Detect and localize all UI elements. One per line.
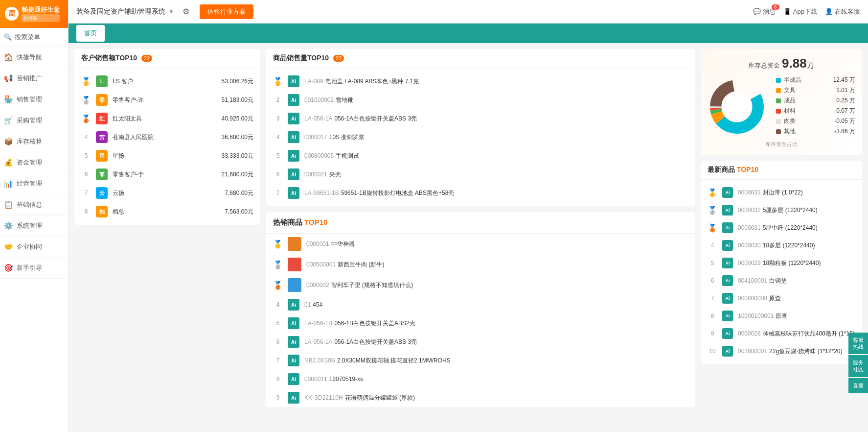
sidebar-item-cooperation[interactable]: 🤝 企业协同: [0, 237, 68, 258]
hot-product-item[interactable]: 4 Ai 0145#: [266, 295, 695, 314]
cs-hotline-button[interactable]: 客服热线: [848, 333, 868, 355]
customer-rank-item[interactable]: 4 苦 苍南县人民医院 36,600.00元: [74, 128, 260, 146]
customer-name: 红太阳文具: [113, 115, 217, 123]
tab-home[interactable]: 首页: [76, 25, 105, 42]
customer-rank-item[interactable]: 7 云 云扬 7,680.00元: [74, 184, 260, 202]
new-product-info: 000800008原查: [738, 294, 855, 303]
logo-icon: 鹿: [5, 7, 19, 21]
product-sales-item[interactable]: 3 Ai LA-056-1A056-1A白色按键开关盖ABS 3壳: [266, 109, 695, 128]
hot-product-item[interactable]: 🥈 000500001新西兰牛肉 (新牛): [266, 254, 695, 275]
customer-rank-item[interactable]: 5 星 星扬 33,333.00元: [74, 146, 260, 165]
new-product-item[interactable]: 9 Ai 0000028体械嘉枝味苏打饮品400毫升 (1*15): [701, 325, 862, 342]
hot-product-item[interactable]: 6 Ai LA-056-1A056-1A白色按键开关盖ABS 3壳: [266, 333, 695, 351]
rank-num: 6: [708, 277, 717, 284]
sidebar-item-basics[interactable]: 📋 基础信息: [0, 194, 68, 216]
hot-product-item[interactable]: 5 Ai LA-056-1B056-1B白色按键开关盖ABS2壳: [266, 314, 695, 333]
customer-ranking-header: 客户销售额TOP10 22: [74, 49, 260, 68]
app-download-label: App下载: [793, 7, 817, 16]
dropdown-arrow-icon[interactable]: ▼: [168, 8, 174, 15]
rank-num: 7: [708, 295, 717, 302]
sidebar-item-label: 营销推广: [17, 74, 42, 83]
sidebar-item-label: 企业协同: [17, 242, 42, 251]
sidebar-item-quick-nav[interactable]: 🏠 快捷导航: [0, 47, 68, 68]
sidebar-item-sales[interactable]: 🏪 销售管理: [0, 89, 68, 110]
rank-num: 5: [81, 152, 91, 159]
product-info: LA-089电池盖 LA-089 ABS本色+黑种 7.1克: [304, 77, 688, 86]
new-product-item[interactable]: 🥉 Ai 00000315厘中纤 (1220*2440): [701, 219, 862, 237]
hot-products-body: 🥇 0000001中华神器 🥈 000500001新西兰牛肉 (新牛) 🥉 00…: [266, 234, 695, 407]
svg-point-6: [722, 92, 752, 121]
sidebar-item-label: 经营管理: [17, 179, 42, 188]
hot-product-item[interactable]: 8 Ai 000001112070519-xs: [266, 370, 695, 388]
message-button[interactable]: 💬 消息 6: [753, 7, 776, 16]
legend-value: 0.25 万: [836, 96, 855, 105]
sidebar-item-finance[interactable]: 💰 资金管理: [0, 152, 68, 173]
rank-medal-icon: 🥇: [708, 188, 717, 197]
product-sales-item[interactable]: 4 Ai 000001710S 变刺罗浆: [266, 128, 695, 146]
customer-rank-item[interactable]: 6 零 零售客户-于 21,680.00元: [74, 165, 260, 184]
sidebar-item-purchase[interactable]: 🛒 采购管理: [0, 110, 68, 131]
new-product-item[interactable]: 8 Ai 10000100001原查: [701, 307, 862, 325]
new-product-item[interactable]: 🥇 Ai 0000033封边带 (1.0*22): [701, 184, 862, 201]
sidebar-item-guide[interactable]: 🎯 新手引导: [0, 258, 68, 279]
legend-label: 成品: [784, 96, 836, 105]
search-menu[interactable]: 🔍 搜索菜单: [0, 28, 68, 47]
hot-product-item[interactable]: 🥉 0000002智利车子里 (规格不知道填什么): [266, 275, 695, 295]
product-icon: Ai: [722, 293, 733, 304]
new-product-item[interactable]: 5 Ai 000002918颗粒板 (1220*2440): [701, 254, 862, 272]
hot-product-item[interactable]: 7 Ai NB2.0X30B2.0X30MM双搓花轴.搓花直径2.1MM/ROH…: [266, 351, 695, 370]
sidebar-item-marketing[interactable]: 📢 营销推广: [0, 68, 68, 89]
hot-product-info: NB2.0X30B2.0X30MM双搓花轴.搓花直径2.1MM/ROHS: [304, 357, 688, 365]
guide-icon: 🎯: [4, 264, 13, 272]
customer-rank-item[interactable]: 8 档 档总 7,563.00元: [74, 202, 260, 221]
product-info: 000800005手机测试: [304, 152, 688, 160]
new-product-info: 00380000122g鱼豆腐·烧烤味 (1*12*20): [738, 347, 855, 356]
app-download-button[interactable]: 📱 App下载: [783, 7, 817, 16]
new-product-item[interactable]: 🥈 Ai 00000325厘多层 (1220*2440): [701, 201, 862, 219]
product-sales-item[interactable]: 7 Ai LA-59651-1B59651-1B旋转投影灯电池盒 ABS黑色+5…: [266, 184, 695, 202]
customer-rank-item[interactable]: 🥇 L LS 客户 53,006.26元: [74, 72, 260, 91]
customer-rank-item[interactable]: 🥈 零 零售客户-许 51,183.00元: [74, 91, 260, 109]
new-product-item[interactable]: 10 Ai 00380000122g鱼豆腐·烧烤味 (1*12*20): [701, 342, 862, 360]
hot-product-item[interactable]: 9 Ai KK-SD22110H花语萌偶温分罐罐袋 (厚款): [266, 388, 695, 407]
legend-dot: [776, 78, 781, 83]
new-product-info: 004100001白钢垫: [738, 277, 855, 285]
sidebar-item-label: 销售管理: [17, 95, 42, 104]
product-sales-item[interactable]: 2 Ai 001000002雪地靴: [266, 91, 695, 109]
product-sales-title: 商品销售量TOP10 22: [273, 54, 344, 63]
product-sales-item[interactable]: 🥇 Ai LA-089电池盖 LA-089 ABS本色+黑种 7.1克: [266, 72, 695, 91]
legend-value: 12.45 万: [833, 76, 855, 84]
hot-product-info: 000500001新西兰牛肉 (新牛): [306, 261, 688, 269]
product-sales-body: 🥇 Ai LA-089电池盖 LA-089 ABS本色+黑种 7.1克 2 Ai…: [266, 68, 695, 206]
product-sales-item[interactable]: 5 Ai 000800005手机测试: [266, 146, 695, 165]
rank-num: 5: [273, 320, 283, 327]
rank-num: 8: [81, 208, 91, 215]
trial-button[interactable]: 体验行业方案: [200, 4, 253, 19]
product-icon: Ai: [722, 222, 733, 233]
cs-direct-button[interactable]: 直播: [848, 378, 868, 393]
legend-item: 肉类 -0.05 万: [776, 117, 855, 125]
rank-num: 7: [273, 190, 283, 196]
sidebar-item-inventory[interactable]: 📦 库存核算: [0, 131, 68, 152]
online-service-button[interactable]: 👤 在线客服: [825, 7, 860, 16]
cs-community-button[interactable]: 服务社区: [848, 355, 868, 377]
search-label: 搜索菜单: [15, 33, 40, 42]
sidebar-item-system[interactable]: ⚙️ 系统管理: [0, 216, 68, 237]
donut-chart: [708, 77, 766, 136]
new-product-info: 00000315厘中纤 (1220*2440): [738, 224, 855, 232]
product-sales-item[interactable]: 6 Ai 0000021夹壳: [266, 165, 695, 184]
customer-value: 51,183.00元: [222, 96, 253, 104]
new-product-item[interactable]: 6 Ai 004100001白钢垫: [701, 272, 862, 289]
inventory-amount: 9.88: [782, 56, 807, 71]
product-icon: Ai: [722, 328, 733, 339]
new-product-info: 000002918颗粒板 (1220*2440): [738, 259, 855, 267]
rank-num: 8: [273, 376, 283, 383]
customer-rank-item[interactable]: 🥉 红 红太阳文具 40,925.00元: [74, 109, 260, 128]
settings-icon[interactable]: ⚙: [179, 5, 193, 19]
sidebar-item-operations[interactable]: 📊 经营管理: [0, 173, 68, 194]
rank-num: 3: [273, 115, 283, 122]
new-product-item[interactable]: 7 Ai 000800008原查: [701, 289, 862, 307]
hot-product-item[interactable]: 🥇 0000001中华神器: [266, 234, 695, 254]
rank-num: 5: [708, 260, 717, 266]
new-product-item[interactable]: 4 Ai 000003018多层 (1220*2440): [701, 237, 862, 254]
